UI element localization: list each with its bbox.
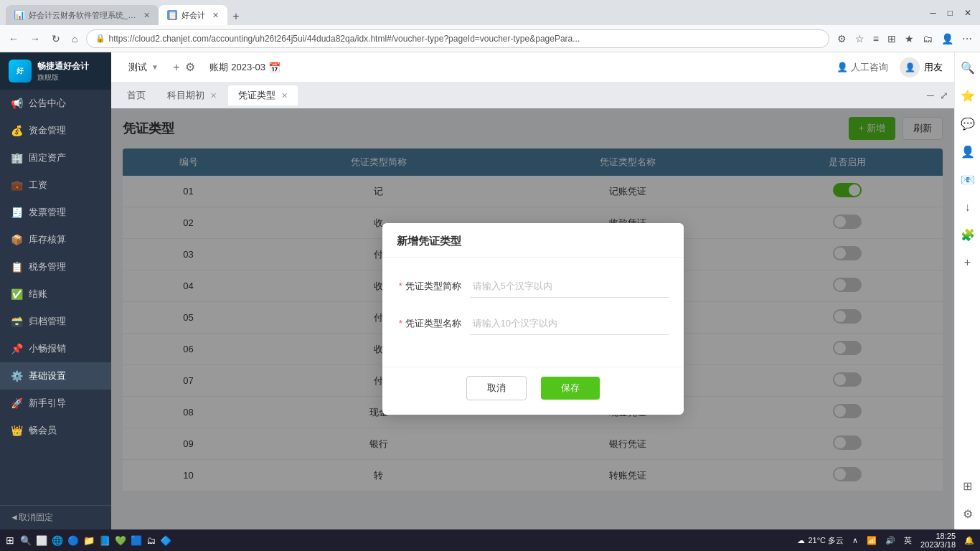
sidebar-item-member[interactable]: 👑 畅会员	[0, 417, 111, 444]
right-puzzle-icon[interactable]: 🧩	[958, 225, 978, 245]
logo-sub: 旗舰版	[37, 72, 89, 83]
workspace-name: 测试	[128, 61, 147, 74]
period-label: 账期	[209, 61, 228, 74]
right-download-icon[interactable]: ↓	[962, 198, 974, 217]
right-outlook-icon[interactable]: 📧	[958, 170, 978, 189]
close-button[interactable]: ✕	[961, 8, 974, 18]
bookmark-icon[interactable]: ☆	[853, 31, 867, 47]
maximize-button[interactable]: □	[945, 8, 956, 18]
notification-icon[interactable]: 🔔	[964, 536, 974, 545]
field-name-input[interactable]	[470, 312, 669, 335]
tab-minimize-icon[interactable]: ─	[927, 90, 934, 101]
modal-save-button[interactable]: 保存	[541, 377, 600, 400]
topbar-right: 👤 人工咨询 👤 用友	[837, 57, 943, 77]
new-tab-button[interactable]: +	[227, 8, 245, 25]
browser-tab-1[interactable]: 📊 好会计云财务软件管理系统_会计 ✕	[6, 5, 159, 25]
topbar-settings-icon[interactable]: ⚙	[185, 60, 195, 74]
refresh-button[interactable]: ↻	[49, 30, 63, 47]
menu-icon[interactable]: ⋯	[960, 31, 974, 47]
sidebar-label-salary: 工资	[29, 179, 47, 192]
collections-icon[interactable]: 🗂	[920, 31, 935, 47]
browser-tab-1-close[interactable]: ✕	[143, 11, 150, 20]
right-star-icon[interactable]: ⭐	[958, 86, 978, 105]
taskbar-app-icon[interactable]: 🟦	[131, 535, 142, 546]
sidebar-item-announcements[interactable]: 📢 公告中心	[0, 90, 111, 117]
taskbar-wechat-icon[interactable]: 💚	[115, 535, 126, 546]
app-container: 好 畅捷通好会计 旗舰版 📢 公告中心 💰 资金管理 🏢 固定资产 💼 工资 🧾…	[0, 52, 980, 529]
taskbar-up-icon[interactable]: ∧	[852, 536, 858, 545]
start-button[interactable]: ⊞	[6, 534, 14, 546]
taskbar-time: 18:25 2023/3/18	[920, 532, 956, 549]
form-label-name: 凭证类型名称	[397, 317, 461, 330]
favorites-icon[interactable]: ★	[903, 31, 916, 47]
browser-tab-2-close[interactable]: ✕	[212, 11, 219, 20]
browser-tab-2[interactable]: 📋 好会计 ✕	[159, 5, 227, 25]
right-settings-icon[interactable]: ⚙	[960, 504, 976, 524]
extensions-icon[interactable]: ⚙	[835, 31, 849, 47]
reader-icon[interactable]: ≡	[871, 31, 881, 47]
sound-icon: 🔊	[885, 536, 895, 545]
sidebar-item-archive[interactable]: 🗃️ 归档管理	[0, 308, 111, 335]
sidebar-item-checkout[interactable]: ✅ 结账	[0, 281, 111, 308]
sidebar-item-guide[interactable]: 🚀 新手引导	[0, 390, 111, 417]
form-row-name: 凭证类型名称	[397, 312, 669, 335]
modal-header: 新增凭证类型	[382, 223, 684, 258]
taskbar-edge-icon[interactable]: 🌐	[52, 535, 63, 546]
home-button[interactable]: ⌂	[69, 30, 80, 47]
taskbar-search-icon[interactable]: 🔍	[20, 535, 32, 546]
weather-info: ☁ 21°C 多云	[797, 535, 844, 546]
profile-icon[interactable]: 👤	[939, 31, 956, 47]
taskbar-chrome-icon[interactable]: 🔵	[67, 535, 79, 546]
user-avatar: 👤	[900, 57, 920, 77]
workspace-selector[interactable]: 测试 ▼	[123, 58, 164, 77]
minimize-button[interactable]: ─	[927, 8, 939, 18]
salary-icon: 💼	[10, 179, 23, 191]
consult-button[interactable]: 👤 人工咨询	[837, 61, 888, 74]
taskbar-folder-icon[interactable]: 🗂	[146, 535, 156, 546]
right-grid-icon[interactable]: ⊞	[960, 476, 975, 496]
split-icon[interactable]: ⊞	[885, 31, 898, 47]
user-info[interactable]: 👤 用友	[900, 57, 943, 77]
sidebar-item-tax[interactable]: 📋 税务管理	[0, 253, 111, 281]
tab-expand-icon[interactable]: ⤢	[940, 90, 948, 101]
right-user-icon[interactable]: 👤	[958, 142, 978, 161]
sidebar-label-archive: 归档管理	[29, 315, 66, 328]
tab-voucher-type[interactable]: 凭证类型 ✕	[228, 85, 298, 105]
sidebar-item-funds[interactable]: 💰 资金管理	[0, 117, 111, 144]
forward-button[interactable]: →	[27, 30, 43, 47]
archive-icon: 🗃️	[10, 316, 23, 327]
tab-home[interactable]: 首页	[117, 85, 156, 105]
sidebar-item-invoice[interactable]: 🧾 发票管理	[0, 199, 111, 226]
sidebar-label-checkout: 结账	[29, 288, 47, 301]
back-button[interactable]: ←	[6, 30, 22, 47]
sidebar-label-guide: 新手引导	[29, 397, 66, 410]
main-content: 测试 ▼ + ⚙ 账期 2023-03 📅 👤 人工咨询 👤 用友	[111, 52, 954, 529]
sidebar-item-settings[interactable]: ⚙️ 基础设置	[0, 362, 111, 390]
tab-subject[interactable]: 科目期初 ✕	[157, 85, 227, 105]
tab-voucher-type-close[interactable]: ✕	[281, 91, 288, 100]
sidebar-item-salary[interactable]: 💼 工资	[0, 171, 111, 199]
right-search-icon[interactable]: 🔍	[958, 58, 978, 77]
taskbar-browser-icon[interactable]: 🔷	[160, 535, 171, 546]
content-area: 凭证类型 + 新增 刷新 编号 凭证类型简称 凭证类型名称 是否启用	[111, 108, 954, 529]
tab-subject-label: 科目期初	[167, 89, 204, 102]
logo-text: 畅捷通好会计	[37, 60, 89, 72]
sidebar-item-inventory[interactable]: 📦 库存核算	[0, 226, 111, 253]
topbar-add-icon[interactable]: +	[173, 61, 179, 74]
sidebar-item-assets[interactable]: 🏢 固定资产	[0, 144, 111, 171]
tab-subject-close[interactable]: ✕	[210, 91, 217, 100]
sidebar-item-expense[interactable]: 📌 小畅报销	[0, 335, 111, 362]
right-add-icon[interactable]: +	[961, 253, 974, 272]
taskbar-taskview-icon[interactable]: ⬜	[36, 535, 47, 546]
browser-tabs: 📊 好会计云财务软件管理系统_会计 ✕ 📋 好会计 ✕ +	[6, 0, 918, 25]
right-chat-icon[interactable]: 💬	[958, 114, 978, 133]
tax-icon: 📋	[10, 261, 23, 273]
address-input[interactable]: 🔒 https://cloud2.chanjet.com/accounting/…	[86, 29, 829, 48]
inventory-icon: 📦	[10, 234, 23, 245]
taskbar-explorer-icon[interactable]: 📁	[83, 535, 95, 546]
unpin-button[interactable]: ◄取消固定	[0, 506, 111, 529]
calendar-icon[interactable]: 📅	[268, 62, 281, 73]
taskbar-edge2-icon[interactable]: 📘	[99, 535, 110, 546]
modal-cancel-button[interactable]: 取消	[466, 376, 527, 400]
field-abbr-input[interactable]	[470, 275, 669, 298]
